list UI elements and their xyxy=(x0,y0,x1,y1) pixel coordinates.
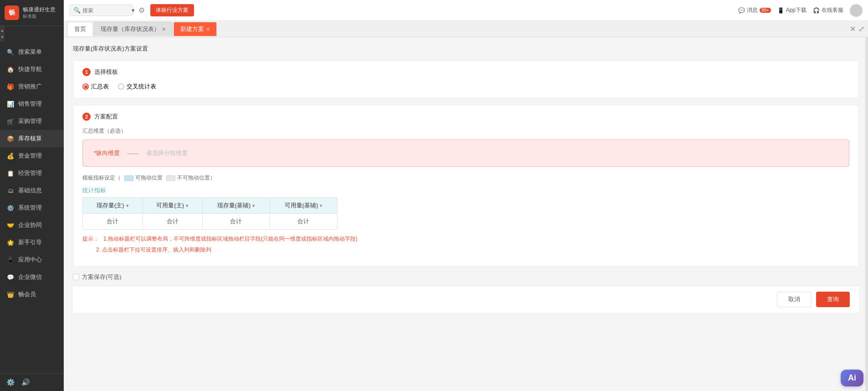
sidebar-item-member[interactable]: 👑 畅会员 xyxy=(0,286,64,303)
dimension-placeholder: 请选择分组维度 xyxy=(146,149,188,157)
col-header-current-main[interactable]: 现存量(主) ▾ xyxy=(83,198,143,214)
sales-icon: 📊 xyxy=(6,100,15,108)
search-menu-icon: 🔍 xyxy=(6,48,15,56)
chevron-current-main-icon[interactable]: ▾ xyxy=(126,203,129,209)
tabs-actions: ✕ ⤢ xyxy=(850,25,864,33)
tab-collapse-button[interactable]: ✕ xyxy=(850,25,856,33)
topbar-search[interactable]: 🔍 ▾ xyxy=(69,5,133,16)
legend-not-draggable-box xyxy=(166,175,175,181)
section2-header: 2 方案配置 xyxy=(82,113,849,121)
cell-row1-col3: 合计 xyxy=(203,214,270,230)
radio-cross-table[interactable]: 交叉统计表 xyxy=(118,82,156,91)
section1-header: 1 选择模板 xyxy=(82,68,849,76)
legend-draggable-item: 可拖动位置 xyxy=(124,174,163,182)
section1-title: 选择模板 xyxy=(94,68,118,76)
sidebar-item-inventory[interactable]: 📦 库存核算 xyxy=(0,130,64,147)
sidebar-item-search-menu[interactable]: 🔍 搜索菜单 xyxy=(0,43,64,61)
sidebar-item-marketing[interactable]: 🎁 营销推广 xyxy=(0,78,64,95)
app-center-icon: 📱 xyxy=(6,256,15,264)
search-icon: 🔍 xyxy=(73,7,81,14)
col-header-available-main[interactable]: 可用量(主) ▾ xyxy=(143,198,203,214)
sidebar-item-system[interactable]: ⚙️ 系统管理 xyxy=(0,199,64,216)
inventory-icon: 📦 xyxy=(6,134,15,143)
save-checkbox[interactable] xyxy=(73,274,79,280)
col-header-available-aux[interactable]: 可用量(基辅) ▾ xyxy=(270,198,337,214)
tabs-bar: 首页 现存量（库存状况表） ✕ 新建方案 ✕ ✕ ⤢ xyxy=(64,21,868,37)
chevron-current-aux-icon[interactable]: ▾ xyxy=(252,203,255,209)
content-area: 现存量(库存状况表)方案设置 1 选择模板 汇总表 交叉统计表 2 xyxy=(64,37,868,391)
message-badge: 99+ xyxy=(760,8,771,13)
inventory-status-tab-label: 现存量（库存状况表） xyxy=(101,25,160,33)
section2-number: 2 xyxy=(82,113,91,121)
sidebar-item-sales[interactable]: 📊 销售管理 xyxy=(0,95,64,113)
home-tab-label: 首页 xyxy=(74,25,86,33)
chevron-available-aux-icon[interactable]: ▾ xyxy=(320,203,322,209)
cell-row1-col1: 合计 xyxy=(83,214,143,230)
search-dropdown-icon[interactable]: ▾ xyxy=(132,7,135,14)
ai-badge[interactable]: Ai xyxy=(841,370,863,386)
trial-button[interactable]: 体验行业方案 xyxy=(150,4,194,16)
sidebar-item-purchase[interactable]: 🛒 采购管理 xyxy=(0,113,64,130)
radio-summary-table[interactable]: 汇总表 xyxy=(82,82,109,91)
sidebar-item-operations[interactable]: 📋 经营管理 xyxy=(0,165,64,182)
message-icon: 💬 xyxy=(738,7,745,14)
app-logo-icon: 畅 xyxy=(5,5,19,20)
cancel-button[interactable]: 取消 xyxy=(777,292,812,307)
sidebar-item-finance[interactable]: 💰 资金管理 xyxy=(0,147,64,165)
tips-section: 提示： 1.拖动标题栏可以调整布局，不可跨维度或指标区域拖动栏目字段(只能在同一… xyxy=(82,230,849,259)
legend-not-draggable-label: 不可拖动位置） xyxy=(177,174,215,182)
finance-icon: 💰 xyxy=(6,152,15,160)
sound-footer-icon[interactable]: 🔊 xyxy=(21,378,30,386)
tab-inventory-close-icon[interactable]: ✕ xyxy=(162,26,166,32)
sidebar-item-base-info[interactable]: 🗂 基础信息 xyxy=(0,182,64,199)
message-item[interactable]: 💬 消息 99+ xyxy=(738,6,771,14)
tip-item-1: 1.拖动标题栏可以调整布局，不可跨维度或指标区域拖动栏目字段(只能在同一维度或指… xyxy=(103,236,357,242)
footer-bar: 取消 查询 xyxy=(73,286,859,313)
section1-number: 1 xyxy=(82,68,91,76)
tab-expand-button[interactable]: ⤢ xyxy=(858,25,864,33)
customer-service-item[interactable]: 🎧 在线客服 xyxy=(813,6,843,14)
cell-row1-col2: 合计 xyxy=(143,214,203,230)
sidebar-scrollbar[interactable]: ▲ ▼ xyxy=(0,26,5,41)
query-button[interactable]: 查询 xyxy=(816,292,850,307)
sidebar-logo: 畅 畅康通好生意 标准版 xyxy=(0,0,64,26)
enterprise-icon: 🤝 xyxy=(6,221,15,229)
tab-new-plan-close-icon[interactable]: ✕ xyxy=(206,26,210,32)
sidebar-item-enterprise-wechat[interactable]: 💬 企业微信 xyxy=(0,268,64,286)
sidebar-item-app-center[interactable]: 📱 应用中心 xyxy=(0,251,64,268)
scroll-down-btn[interactable]: ▼ xyxy=(0,34,5,41)
save-option-row[interactable]: 方案保存(可选) xyxy=(73,273,859,281)
sidebar-item-quick-nav[interactable]: 🏠 快捷导航 xyxy=(0,61,64,78)
section2-title: 方案配置 xyxy=(94,113,118,121)
settings-icon[interactable]: ⚙ xyxy=(138,6,145,15)
enterprise-wechat-icon: 💬 xyxy=(6,273,15,281)
app-download-item[interactable]: 📱 App下载 xyxy=(777,6,807,14)
operations-icon: 📋 xyxy=(6,169,15,177)
new-guide-icon: 🌟 xyxy=(6,238,15,247)
system-icon: ⚙️ xyxy=(6,204,15,212)
tab-new-plan[interactable]: 新建方案 ✕ xyxy=(174,22,217,36)
search-input[interactable] xyxy=(82,7,128,14)
tip-item-2-text: 2. 点击标题栏下拉可设置排序、插入列和删除列 xyxy=(96,247,211,253)
radio-summary-circle xyxy=(82,83,89,90)
scroll-up-btn[interactable]: ▲ xyxy=(0,27,5,34)
table-row: 合计 合计 合计 合计 xyxy=(83,214,337,230)
main-area: 🔍 ▾ ⚙ 体验行业方案 💬 消息 99+ 📱 App下载 🎧 在线客服 xyxy=(64,0,868,391)
save-option-label: 方案保存(可选) xyxy=(82,273,122,281)
sidebar-footer: ⚙️ 🔊 xyxy=(0,373,64,391)
legend-draggable-label: 可拖动位置 xyxy=(135,174,163,182)
resize-handle[interactable] xyxy=(865,37,868,391)
col-header-current-aux[interactable]: 现存量(基辅) ▾ xyxy=(203,198,270,214)
aggregate-label: 汇总维度（必选） xyxy=(82,127,849,135)
tab-home[interactable]: 首页 xyxy=(67,22,93,36)
sidebar-item-new-guide[interactable]: 🌟 新手引导 xyxy=(0,234,64,251)
tab-inventory-status[interactable]: 现存量（库存状况表） ✕ xyxy=(94,22,173,36)
legend-not-draggable-item: 不可拖动位置） xyxy=(166,174,215,182)
settings-footer-icon[interactable]: ⚙️ xyxy=(6,378,15,386)
sidebar-item-enterprise[interactable]: 🤝 企业协同 xyxy=(0,216,64,234)
dimension-box[interactable]: *纵向维度 —— 请选择分组维度 xyxy=(82,139,849,167)
chevron-available-main-icon[interactable]: ▾ xyxy=(186,203,189,209)
tip-item-2: 2. 点击标题栏下拉可设置排序、插入列和删除列 xyxy=(82,244,849,255)
app-logo-text: 畅康通好生意 标准版 xyxy=(23,6,56,20)
user-avatar[interactable] xyxy=(850,4,863,17)
